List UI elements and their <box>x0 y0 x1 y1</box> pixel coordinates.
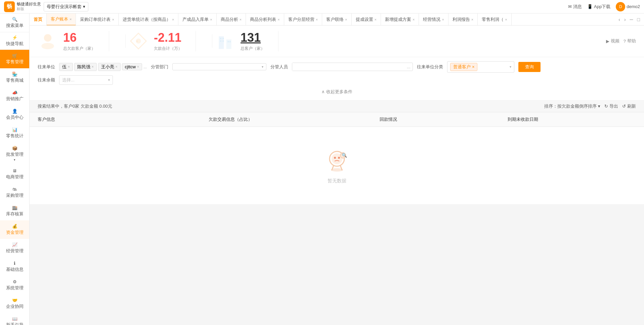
filter-row-1: 往来单位 伍 × 陈民强 × 王小亮 × <box>38 61 636 73</box>
sidebar-item-wholesale-mgmt[interactable]: 📦 批发管理 ▾ <box>0 142 29 165</box>
unit-type-tag-common-remove[interactable]: × <box>472 64 475 69</box>
help-button[interactable]: ? 帮助 <box>624 38 636 44</box>
table-header-due-date: 到期未收款日期 <box>508 116 636 122</box>
unit-type-filter-select[interactable]: 普通客户 × ▾ <box>447 61 514 73</box>
logo-subtext: 标版 <box>17 6 41 11</box>
app-download-button[interactable]: 📱 App下载 <box>587 4 610 10</box>
tab-scroll-left-button[interactable]: ‹ <box>617 16 621 23</box>
page-content: 16 总欠款客户（家） + -2.11 欠 <box>30 26 644 325</box>
tab-inbound-stats[interactable]: 进货单统计表（按商品） × <box>119 13 178 26</box>
unit-tag-cjttcw-remove[interactable]: × <box>137 65 139 69</box>
store-selector[interactable]: 母婴行业演示帐套 ▾ <box>44 2 88 11</box>
tab-profit-report[interactable]: 利润报告 × <box>448 13 478 26</box>
member-icon: 👤 <box>12 109 17 114</box>
top-bar: 畅 畅捷通好生意 标版 母婴行业演示帐套 ▾ ✉ 消息 📱 App下载 D de… <box>0 0 644 13</box>
tab-home[interactable]: 首页 <box>30 13 47 26</box>
unit-tag-wang[interactable]: 王小亮 × <box>98 63 121 71</box>
video-label: 视频 <box>611 38 619 44</box>
sidebar-item-label: 采购管理 <box>6 192 24 198</box>
sidebar-item-member-center[interactable]: 👤 会员中心 <box>0 105 29 124</box>
sidebar-item-retail-mall[interactable]: 🏪 零售商城 <box>0 68 29 87</box>
empty-text: 暂无数据 <box>328 178 346 184</box>
unit-tag-chen-label: 陈民强 <box>77 64 90 70</box>
sidebar-item-label: 会员中心 <box>6 114 24 120</box>
unit-tag-chen[interactable]: 陈民强 × <box>74 63 97 71</box>
sidebar-item-quick-nav[interactable]: ⚡ 快捷导航 <box>0 32 29 50</box>
tab-mention-settings-close[interactable]: × <box>375 17 377 22</box>
unit-tag-chen-remove[interactable]: × <box>92 65 94 69</box>
unit-tags-more[interactable]: ... <box>143 65 147 69</box>
tab-operations-status[interactable]: 经营情况 × <box>419 13 448 26</box>
sidebar-item-operations[interactable]: 📈 经营管理 <box>0 239 29 257</box>
person-filter-field[interactable] <box>292 63 405 71</box>
svg-point-16 <box>338 157 340 159</box>
tab-product-analysis-close[interactable]: × <box>240 17 242 22</box>
tab-customer-balance-label: 客户账本 <box>51 16 68 22</box>
tab-mention-settings[interactable]: 提成设置 × <box>352 13 381 26</box>
tab-new-mention-plan-close[interactable]: × <box>413 17 415 22</box>
all-customers-value: 131 <box>241 31 265 44</box>
tab-cost-inbound[interactable]: 产成品入库单 × <box>178 13 216 26</box>
table-header-customer-info: 客户信息 <box>38 116 209 122</box>
svg-rect-5 <box>226 40 231 49</box>
refresh-button[interactable]: ↺ 刷新 <box>622 103 636 109</box>
sidebar-item-enterprise-coop[interactable]: 🤝 企业协同 <box>0 294 29 313</box>
message-button[interactable]: ✉ 消息 <box>568 4 582 10</box>
sidebar-item-marketing[interactable]: 📣 营销推广 <box>0 87 29 105</box>
tab-customer-contact-close[interactable]: × <box>345 17 347 22</box>
sidebar-item-search[interactable]: 🔍 搜索菜单 <box>0 13 29 32</box>
tab-operations-status-label: 经营情况 <box>423 16 440 23</box>
tab-product-analysis-list-close[interactable]: × <box>277 17 280 22</box>
top-bar-left: 畅 畅捷通好生意 标版 母婴行业演示帐套 ▾ <box>4 1 88 12</box>
tab-purchase-order[interactable]: 采购订单统计表 × <box>76 13 118 26</box>
tab-minimize-button[interactable]: ─ <box>629 16 635 23</box>
unit-tag-cjttcw[interactable]: cjttcw × <box>122 63 142 70</box>
sidebar-item-label: 营销推广 <box>6 96 24 102</box>
result-actions: 排序：按欠款金额倒序排序 ▾ ↻ 导出 ↺ 刷新 <box>544 103 636 109</box>
person-filter-dots[interactable]: ... <box>405 64 413 69</box>
unit-tag-wu[interactable]: 伍 × <box>59 63 73 71</box>
sidebar-item-retail-stats[interactable]: 📊 零售统计 <box>0 124 29 142</box>
tab-operations-status-close[interactable]: × <box>442 17 444 22</box>
tab-customer-tier-close[interactable]: × <box>316 17 318 22</box>
tab-maximize-button[interactable]: □ <box>636 16 641 23</box>
tab-purchase-order-close[interactable]: × <box>112 17 114 22</box>
tab-customer-contact[interactable]: 客户联络 × <box>322 13 351 26</box>
unit-tag-wu-remove[interactable]: × <box>68 65 70 69</box>
tab-product-analysis-list[interactable]: 商品分析列表 × <box>246 13 284 26</box>
tab-product-analysis[interactable]: 商品分析 × <box>217 13 246 26</box>
message-label: 消息 <box>573 4 582 10</box>
tab-retail-profit-close[interactable]: × <box>505 17 507 22</box>
tab-profit-report-close[interactable]: × <box>471 17 473 22</box>
sidebar-item-system[interactable]: ⚙ 系统管理 <box>0 276 29 294</box>
user-menu[interactable]: D demo2 <box>616 2 640 11</box>
sidebar-item-new-guide[interactable]: 📖 新手引导 <box>0 313 29 325</box>
sidebar-item-purchase[interactable]: 🛍 采购管理 <box>0 183 29 202</box>
tab-customer-balance-close[interactable]: × <box>70 17 72 21</box>
tab-inbound-stats-close[interactable]: × <box>172 17 174 22</box>
export-button[interactable]: ↻ 导出 <box>604 103 618 109</box>
sidebar-item-label: 零售统计 <box>6 133 24 139</box>
video-button[interactable]: ▶ 视频 <box>606 38 619 44</box>
sidebar-item-retail-mgmt[interactable]: 🛒 零售管理 <box>0 50 29 68</box>
tab-customer-tier[interactable]: 客户分层经营 × <box>284 13 322 26</box>
tab-retail-profit[interactable]: 零售利润（ × <box>478 13 511 26</box>
tab-scroll-right-button[interactable]: › <box>623 16 627 23</box>
tab-customer-balance[interactable]: 客户账本 × <box>47 13 76 26</box>
collapse-button[interactable]: ∧ 收起更多条件 <box>317 87 356 96</box>
sidebar-item-basic-info[interactable]: ℹ 基础信息 <box>0 257 29 276</box>
query-button[interactable]: 查询 <box>518 62 541 72</box>
sidebar-item-ecommerce[interactable]: 🖥 电商管理 <box>0 165 29 183</box>
unit-tag-wang-remove[interactable]: × <box>116 65 118 69</box>
unit-type-tag-common[interactable]: 普通客户 × <box>450 63 478 71</box>
dept-filter-select[interactable]: ▾ <box>172 63 266 70</box>
tab-new-mention-plan[interactable]: 新增提成方案 × <box>381 13 419 26</box>
tab-cost-inbound-close[interactable]: × <box>210 17 212 22</box>
filter-area: 往来单位 伍 × 陈民强 × 王小亮 × <box>30 57 644 101</box>
finance-icon: 💰 <box>12 224 17 229</box>
stat-all-customers-values: 131 总客户（家） <box>241 31 265 51</box>
sidebar-item-finance[interactable]: 💰 资金管理 <box>0 220 29 239</box>
sort-select[interactable]: 排序：按欠款金额倒序排序 ▾ <box>544 103 600 109</box>
sidebar-item-inventory[interactable]: 🏬 库存核算 <box>0 202 29 220</box>
balance-filter-select[interactable]: 选择... ▾ <box>59 75 113 85</box>
